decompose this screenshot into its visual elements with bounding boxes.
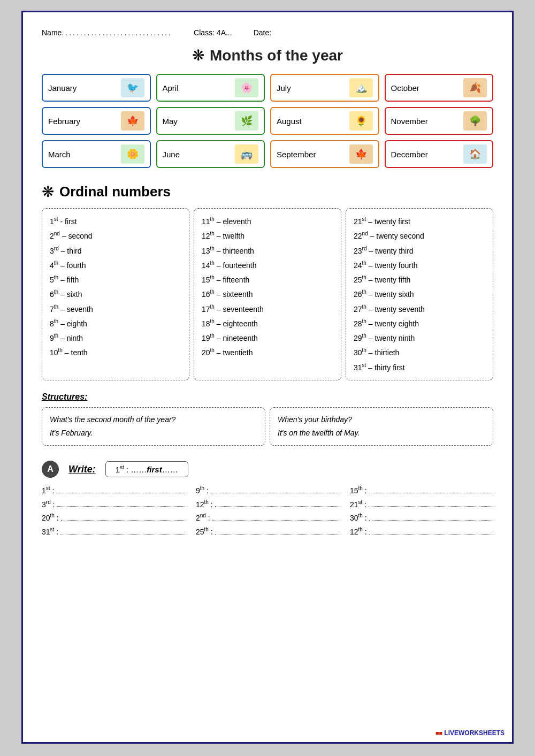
ordinal-item: 30th – thirtieth xyxy=(354,345,485,360)
ordinal-col-3: 21st – twenty first 22nd – twenty second… xyxy=(346,208,493,380)
month-name: March xyxy=(48,150,71,159)
months-grid: January 🐦 April 🌸 July 🏔️ October 🍂 Febr… xyxy=(42,74,493,168)
month-september: September 🍁 xyxy=(270,140,379,168)
month-image: 🍁 xyxy=(349,144,373,164)
ordinal-item: 24th – twenty fourth xyxy=(354,258,485,272)
months-title-row: ❋ Months of the year xyxy=(42,47,493,64)
month-april: April 🌸 xyxy=(156,74,265,102)
write-col-1: 1st : 3rd : 20th : 31st : xyxy=(42,485,185,540)
structures-boxes: What's the second month of the year? It'… xyxy=(42,407,493,446)
ordinal-item: 8th – eighth xyxy=(50,316,181,331)
write-header: A Write: 1st : ……first…… xyxy=(42,461,493,478)
ordinal-item: 23rd – twenty third xyxy=(354,243,485,258)
section-marker: A xyxy=(42,461,59,478)
ordinal-item: 18th – eighteenth xyxy=(202,316,333,331)
structures-label: Structures: xyxy=(42,392,493,402)
struct2-question: When's your birthday? xyxy=(278,413,485,426)
ordinal-item: 6th – sixth xyxy=(50,287,181,301)
month-june: June 🚌 xyxy=(156,140,265,168)
month-november: November 🌳 xyxy=(385,107,494,135)
write-rows: 1st : 3rd : 20th : 31st : xyxy=(42,485,493,540)
write-item: 1st : xyxy=(42,485,185,495)
month-march: March 🌼 xyxy=(42,140,151,168)
ordinal-title: Ordinal numbers xyxy=(59,184,171,200)
class-label: Class: 4A... xyxy=(194,28,232,37)
write-item: 21st : xyxy=(350,499,493,509)
structure-box-2: When's your birthday? It's on the twelft… xyxy=(270,407,493,446)
ordinal-item: 31st – thirty first xyxy=(354,360,485,375)
struct1-question: What's the second month of the year? xyxy=(50,413,257,426)
ordinal-item: 4th – fourth xyxy=(50,258,181,272)
month-image: 🍂 xyxy=(463,78,487,97)
struct1-answer: It's February. xyxy=(50,426,257,440)
month-name: September xyxy=(277,150,316,159)
write-item: 25th : xyxy=(196,526,339,536)
flower-icon-2: ❋ xyxy=(42,183,54,201)
ordinal-col-2: 11th – eleventh 12th – twelfth 13th – th… xyxy=(194,208,341,380)
month-name: May xyxy=(163,117,178,126)
month-image: 🏔️ xyxy=(349,78,373,97)
month-image: 🌿 xyxy=(235,111,258,131)
ordinal-item: 1st - first xyxy=(50,214,181,228)
month-name: February xyxy=(48,117,80,126)
month-february: February 🍁 xyxy=(42,107,151,135)
ordinal-col-1: 1st - first 2nd – second 3rd – third 4th… xyxy=(42,208,189,380)
ordinal-grid: 1st - first 2nd – second 3rd – third 4th… xyxy=(42,208,493,380)
ordinal-item: 26th – twenty sixth xyxy=(354,287,485,301)
flower-icon: ❋ xyxy=(192,47,204,64)
write-item: 3rd : xyxy=(42,499,185,509)
month-name: April xyxy=(163,83,179,93)
month-october: October 🍂 xyxy=(385,74,494,102)
month-name: July xyxy=(277,83,291,93)
write-col-2: 9th : 12th : 2nd : 25th : xyxy=(196,485,339,540)
structure-box-1: What's the second month of the year? It'… xyxy=(42,407,265,446)
ordinal-item: 11th – eleventh xyxy=(202,214,333,228)
month-image: 🌼 xyxy=(121,144,144,164)
month-name: January xyxy=(48,83,77,93)
ordinal-item: 21st – twenty first xyxy=(354,214,485,228)
write-item: 9th : xyxy=(196,485,339,495)
months-title: Months of the year xyxy=(210,47,343,64)
write-item: 30th : xyxy=(350,513,493,522)
month-name: June xyxy=(163,150,180,159)
write-item: 2nd : xyxy=(196,513,339,522)
example-box: 1st : ……first…… xyxy=(105,461,188,477)
lw-logo: ■■ LIVEWORKSHEETS xyxy=(435,729,505,737)
month-image: 🌻 xyxy=(349,111,373,131)
ordinal-item: 27th – twenty seventh xyxy=(354,302,485,316)
struct2-answer: It's on the twelfth of May. xyxy=(278,426,485,440)
ordinal-item: 15th – fifteenth xyxy=(202,272,333,287)
write-col-3: 15th : 21st : 30th : 12th : xyxy=(350,485,493,540)
month-name: November xyxy=(391,117,428,126)
ordinal-item: 25th – twenty fifth xyxy=(354,272,485,287)
date-label: Date: xyxy=(254,28,271,37)
write-item: 31st : xyxy=(42,526,185,536)
month-image: 🚌 xyxy=(235,144,258,164)
ordinal-item: 2nd – second xyxy=(50,228,181,243)
month-image: 🌳 xyxy=(463,111,487,131)
ordinal-item: 20th – twentieth xyxy=(202,345,333,360)
ordinal-item: 17th – seventeenth xyxy=(202,302,333,316)
month-image: 🏠 xyxy=(463,144,487,164)
ordinal-item: 3rd – third xyxy=(50,243,181,258)
month-may: May 🌿 xyxy=(156,107,265,135)
footer: ■■ LIVEWORKSHEETS xyxy=(435,729,505,737)
month-image: 🍁 xyxy=(121,111,144,131)
write-item: 12th : xyxy=(196,499,339,509)
ordinal-item: 10th – tenth xyxy=(50,345,181,360)
ordinal-item: 16th – sixteenth xyxy=(202,287,333,301)
ordinal-item: 28th – twenty eighth xyxy=(354,316,485,331)
month-image: 🌸 xyxy=(235,78,258,97)
ordinal-item: 29th – twenty ninth xyxy=(354,331,485,345)
ordinal-item: 13th – thirteenth xyxy=(202,243,333,258)
ordinal-item: 7th – seventh xyxy=(50,302,181,316)
ordinal-item: 12th – twelfth xyxy=(202,228,333,243)
header: Name.............................. Class… xyxy=(42,28,493,37)
month-january: January 🐦 xyxy=(42,74,151,102)
ordinal-item: 9th – ninth xyxy=(50,331,181,345)
name-label: Name.............................. xyxy=(42,28,172,37)
month-august: August 🌻 xyxy=(270,107,379,135)
write-section: A Write: 1st : ……first…… 1st : 3rd : 20t… xyxy=(42,461,493,540)
ordinal-item: 5th – fifth xyxy=(50,272,181,287)
month-july: July 🏔️ xyxy=(270,74,379,102)
